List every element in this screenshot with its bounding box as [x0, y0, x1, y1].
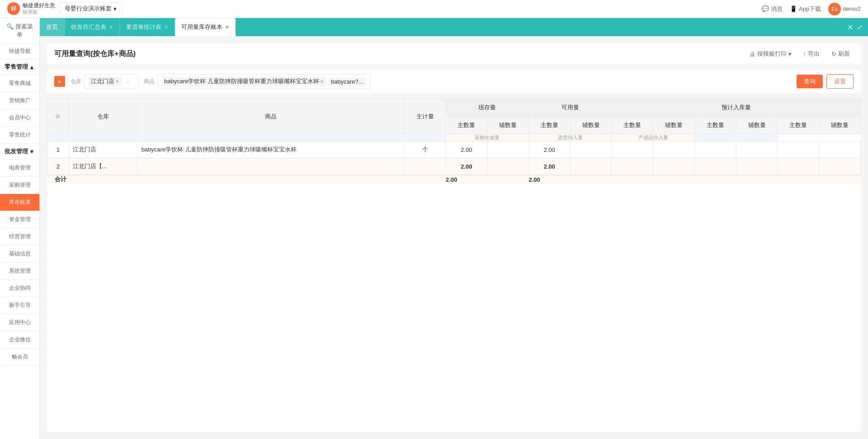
tab-receivable[interactable]: 收发存汇总表 ✕: [65, 18, 120, 36]
footer-in-main: [694, 175, 736, 184]
warehouse-tag-close[interactable]: ✕: [115, 79, 119, 84]
top-bar-left: 好 畅捷通好生意 标准版 母婴行业演示账套 ▾: [7, 2, 123, 15]
tab-order-stats[interactable]: 要货单统计表 ✕: [120, 18, 175, 36]
col-production-aux: 辅数量: [819, 117, 861, 134]
message-btn[interactable]: 💬 消息: [762, 5, 783, 13]
sidebar-item-inventory-check[interactable]: 库存核算: [0, 194, 39, 211]
col-current-stock-group: 现存量: [446, 99, 529, 117]
col-settings-icon[interactable]: ⚙: [55, 113, 61, 120]
sidebar-item-retail-mall[interactable]: 零售商城: [0, 75, 39, 92]
product-tag1-close[interactable]: ✕: [320, 79, 324, 84]
page-title: 可用量查询(按仓库+商品): [54, 49, 136, 59]
sidebar-item-wholesale-mgmt[interactable]: 批发管理 ▼: [0, 144, 39, 160]
row2-in-aux: [736, 158, 778, 175]
arrow-icon2: ▼: [29, 148, 35, 155]
export-btn[interactable]: ↑ 导出: [800, 48, 824, 60]
page-header: 可用量查询(按仓库+商品) 🖨 按模板打印 ▾ ↑ 导出 ↻ 刷新: [47, 43, 861, 64]
page-content: 可用量查询(按仓库+商品) 🖨 按模板打印 ▾ ↑ 导出 ↻ 刷新: [40, 36, 868, 439]
row2-in-main: [694, 158, 736, 175]
refresh-btn[interactable]: ↻ 刷新: [828, 48, 854, 60]
app-download-btn[interactable]: 📱 App下载: [790, 5, 821, 13]
sidebar-item-ecommerce-mgmt[interactable]: 电商管理: [0, 160, 39, 177]
print-icon: 🖨: [750, 51, 755, 57]
row2-prod-aux: [819, 158, 861, 175]
sidebar-item-new-guide[interactable]: 新手引导: [0, 297, 39, 314]
footer-stock-main: 2.00: [446, 175, 487, 184]
sidebar-item-purchase-mgmt[interactable]: 采购管理: [0, 177, 39, 194]
tab-bar-actions: ✕ ⤢: [842, 18, 868, 36]
tab-home[interactable]: 首页: [40, 18, 65, 36]
footer-avail-aux: [570, 175, 612, 184]
logo-sub: 标准版: [23, 9, 55, 15]
search-label: 搜索菜单: [15, 23, 33, 38]
sidebar-search[interactable]: 🔍 搜索菜单: [0, 18, 39, 44]
product-tag1-text: babycare学饮杯 儿童防摔防撞吸管杯重力球吸嘴杯宝宝水杯: [164, 77, 319, 85]
col-available-group: 可用量: [528, 99, 612, 117]
warehouse-tag-text: 江北门店: [91, 77, 114, 85]
tab-order-stats-label: 要货单统计表: [126, 23, 161, 31]
tab-available-inventory-close[interactable]: ✕: [225, 24, 229, 30]
sidebar-item-chang-member[interactable]: 畅会员: [0, 349, 39, 366]
sidebar-item-app-center[interactable]: 应用中心: [0, 314, 39, 331]
product-input[interactable]: babycare学饮杯 儿童防摔防撞吸管杯重力球吸嘴杯宝宝水杯 ✕ babyca…: [157, 74, 370, 89]
col-purchase-transit-main: 主数量: [612, 117, 653, 134]
product-tag2-text: babycare?...: [331, 78, 363, 85]
sidebar-item-basic-info[interactable]: 基础信息: [0, 245, 39, 263]
sidebar-item-marketing[interactable]: 营销推广: [0, 92, 39, 109]
industry-selector[interactable]: 母婴行业演示账套 ▾: [60, 2, 123, 15]
sidebar-item-retail-mgmt[interactable]: 零售管理 ▲: [0, 59, 39, 75]
row1-stock-main: 2.00: [446, 142, 487, 158]
table-scroll[interactable]: ⚙ 仓库 商品 主计量 现存量 可用量 预计入库量 主数量: [47, 99, 861, 184]
content-area: 首页 收发存汇总表 ✕ 要货单统计表 ✕ 可用量库存账本 ✕ ✕ ⤢: [40, 18, 868, 439]
row1-warehouse: 江北门店: [69, 142, 137, 158]
message-label: 消息: [771, 5, 783, 13]
sidebar-item-enterprise-collab[interactable]: 企业协同: [0, 280, 39, 297]
refresh-icon: ↻: [831, 51, 836, 57]
warehouse-input[interactable]: 江北门店 ✕ ···: [84, 74, 138, 89]
print-btn[interactable]: 🖨 按模板打印 ▾: [746, 48, 795, 60]
row2-stock-main: 2.00: [446, 158, 487, 175]
product-label: 商品: [144, 78, 155, 85]
sidebar-item-operations-mgmt[interactable]: 经营管理: [0, 228, 39, 245]
warehouse-filter: 仓库 江北门店 ✕ ···: [71, 74, 138, 89]
tab-order-stats-close[interactable]: ✕: [164, 24, 168, 30]
row1-product: babycare学饮杯 儿童防摔防撞吸管杯重力球吸嘴杯宝宝水杯: [137, 142, 404, 158]
page-header-actions: 🖨 按模板打印 ▾ ↑ 导出 ↻ 刷新: [746, 48, 854, 60]
row2-avail-main: 2.00: [528, 158, 570, 175]
row2-unit: [404, 158, 446, 175]
col-stock-main: 主数量: [446, 117, 487, 134]
warehouse-dots: ···: [125, 78, 130, 85]
table-row: 2 江北门店【... 2.00 2.00: [47, 158, 861, 175]
settings-btn[interactable]: 设置: [826, 74, 854, 89]
industry-label: 母婴行业演示账套: [65, 5, 112, 13]
row2-avail-aux: [570, 158, 612, 175]
sidebar-item-finance-mgmt[interactable]: 资金管理: [0, 211, 39, 228]
sidebar-nav[interactable]: 快捷导航: [0, 44, 39, 59]
col-avail-main: 主数量: [528, 117, 570, 134]
product-filter: 商品 babycare学饮杯 儿童防摔防撞吸管杯重力球吸嘴杯宝宝水杯 ✕ bab…: [144, 74, 370, 89]
footer-prod-aux: [819, 175, 861, 184]
row1-pt-aux: [653, 142, 695, 158]
col-avail-aux: 辅数量: [570, 117, 612, 134]
sidebar-item-retail-stats[interactable]: 零售统计: [0, 127, 39, 144]
row2-product: [137, 158, 404, 175]
footer-pt-aux: [653, 175, 695, 184]
tab-available-inventory[interactable]: 可用量库存账本 ✕: [175, 18, 236, 36]
chevron-down-icon: ▾: [113, 5, 117, 12]
tab-close-all-btn[interactable]: ✕: [847, 23, 853, 32]
top-bar: 好 畅捷通好生意 标准版 母婴行业演示账套 ▾ 💬 消息 📱 App下载 Ea …: [0, 0, 868, 18]
logo-text: 畅捷通好生意: [23, 2, 55, 9]
user-info[interactable]: Ea demo2: [828, 3, 861, 15]
tab-receivable-close[interactable]: ✕: [109, 24, 113, 30]
query-btn[interactable]: 查询: [797, 75, 823, 88]
filter-toggle-btn[interactable]: »: [54, 76, 65, 87]
top-bar-right: 💬 消息 📱 App下载 Ea demo2: [762, 3, 861, 15]
inventory-table: ⚙ 仓库 商品 主计量 现存量 可用量 预计入库量 主数量: [47, 99, 861, 184]
row1-unit: 个: [404, 142, 446, 158]
tab-expand-btn[interactable]: ⤢: [857, 23, 863, 32]
sidebar-item-member-center[interactable]: 会员中心: [0, 109, 39, 127]
sidebar-item-system-mgmt[interactable]: 系统管理: [0, 263, 39, 280]
sidebar-item-enterprise-wechat[interactable]: 企业微信: [0, 331, 39, 349]
filter-area: » 仓库 江北门店 ✕ ··· 商品 babycare: [47, 70, 861, 93]
export-icon: ↑: [803, 51, 807, 57]
